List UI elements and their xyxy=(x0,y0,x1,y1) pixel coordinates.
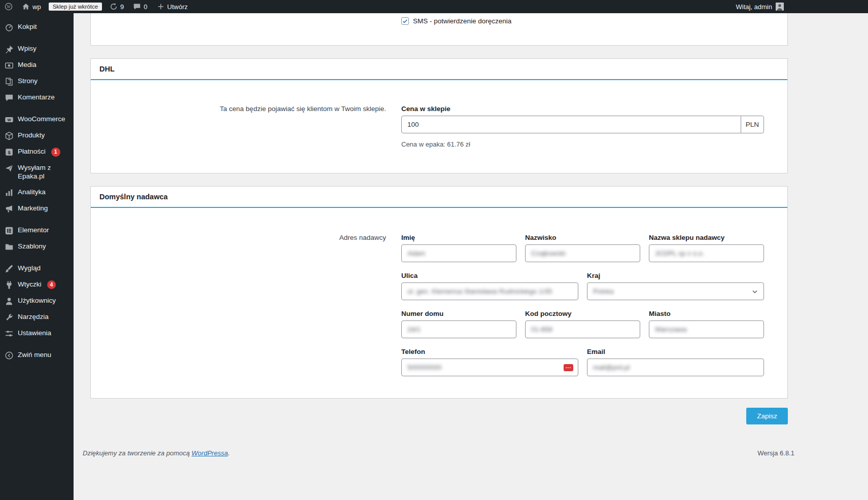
sidebar-item-szablony[interactable]: Szablony xyxy=(0,239,74,255)
shop-price-input[interactable]: 100 xyxy=(401,116,741,133)
sms-section-card: SMS - potwierdzenie doręczenia xyxy=(90,13,788,46)
field-first-name: Imię Adam xyxy=(401,233,516,262)
field-postcode: Kod pocztowy 01-858 xyxy=(525,309,640,338)
sidebar-item-strony[interactable]: Strony xyxy=(0,74,74,90)
last-name-label: Nazwisko xyxy=(525,233,640,242)
shop-name-label: Nazwa sklepu nadawcy xyxy=(649,233,764,242)
sidebar-item-wpisy[interactable]: Wpisy xyxy=(0,41,74,57)
postcode-value: 01-858 xyxy=(531,326,552,333)
last-name-value: Czajkowski xyxy=(531,249,566,257)
sidebar-item-wtyczki[interactable]: Wtyczki4 xyxy=(0,277,74,293)
svg-text:$: $ xyxy=(8,150,11,155)
tools-icon xyxy=(5,313,14,322)
analytics-icon xyxy=(5,188,14,197)
wordpress-link[interactable]: WordPressa xyxy=(192,449,228,457)
sidebar-item-wysylam-z-epaka[interactable]: Wysyłam z Epaka.pl xyxy=(0,160,74,185)
country-value: Polska xyxy=(593,288,614,295)
sidebar-item-label: Wygląd xyxy=(18,264,41,273)
admin-footer: Dziękujemy za tworzenie za pomocą WordPr… xyxy=(83,449,794,457)
dhl-description: Ta cena będzie pojawiać się klientom w T… xyxy=(91,104,401,149)
save-button[interactable]: Zapisz xyxy=(746,408,788,424)
sidebar-item-zwin-menu[interactable]: Zwiń menu xyxy=(0,347,74,364)
coming-soon-badge: Sklep już wkrótce xyxy=(49,3,102,11)
footer-thanks-prefix: Dziękujemy za tworzenie za pomocą xyxy=(83,449,192,457)
media-icon xyxy=(5,61,14,70)
marketing-icon xyxy=(5,204,14,213)
phone-label: Telefon xyxy=(401,347,578,356)
email-label: Email xyxy=(587,347,764,356)
products-icon xyxy=(5,131,14,140)
sidebar-item-narzedzia[interactable]: Narzędzia xyxy=(0,309,74,326)
sidebar-item-platnosci[interactable]: $Płatności1 xyxy=(0,144,74,160)
check-icon xyxy=(402,18,408,24)
sidebar-item-label: Wtyczki xyxy=(18,280,42,289)
first-name-value: Adam xyxy=(407,249,425,257)
comments-bubble-icon xyxy=(133,3,141,11)
sidebar-item-elementor[interactable]: Elementor xyxy=(0,223,74,239)
sidebar-item-marketing[interactable]: Marketing xyxy=(0,201,74,217)
footer-thanks: Dziękujemy za tworzenie za pomocą WordPr… xyxy=(83,449,230,457)
phone-input[interactable]: 500000000 ... xyxy=(401,359,578,376)
sidebar-item-produkty[interactable]: Produkty xyxy=(0,128,74,144)
sidebar-item-wyglad[interactable]: Wygląd xyxy=(0,261,74,277)
home-icon xyxy=(22,3,30,11)
street-value: ul. gen. Klemensa Stanisława Rudnickiego… xyxy=(407,288,552,295)
sidebar-item-label: Elementor xyxy=(18,226,49,235)
account-menu-button[interactable]: Witaj, admin xyxy=(733,0,787,13)
woocommerce-icon: W xyxy=(5,115,14,124)
comments-button[interactable]: 0 xyxy=(128,0,152,13)
site-name-button[interactable]: wp xyxy=(17,0,46,13)
sidebar-item-uzytkownicy[interactable]: Użytkownicy xyxy=(0,293,74,309)
country-select[interactable]: Polska xyxy=(587,282,764,300)
sidebar-item-komentarze[interactable]: Komentarze xyxy=(0,90,74,106)
sidebar-item-ustawienia[interactable]: Ustawienia xyxy=(0,326,74,342)
field-phone: Telefon 500000000 ... xyxy=(401,347,578,376)
sidebar-item-label: Produkty xyxy=(18,131,45,140)
updates-button[interactable]: 9 xyxy=(105,0,128,13)
new-content-button[interactable]: Utwórz xyxy=(152,0,192,13)
appearance-icon xyxy=(5,264,14,273)
field-shop-name: Nazwa sklepu nadawcy JCDPL sp z o.o. xyxy=(649,233,764,262)
comments-icon xyxy=(5,93,14,102)
last-name-input[interactable]: Czajkowski xyxy=(525,244,640,262)
sidebar-item-label: Narzędzia xyxy=(18,313,49,322)
password-manager-icon[interactable]: ... xyxy=(564,364,573,371)
postcode-input[interactable]: 01-858 xyxy=(525,320,640,338)
shipping-icon xyxy=(5,164,14,173)
sidebar-item-kokpit[interactable]: Kokpit xyxy=(0,19,74,35)
sidebar-item-woocommerce[interactable]: WWooCommerce xyxy=(0,112,74,128)
dhl-section-card: DHL Ta cena będzie pojawiać się klientom… xyxy=(90,58,788,173)
city-input[interactable]: Warszawa xyxy=(649,320,764,338)
house-number-input[interactable]: 2d/1 xyxy=(401,320,516,338)
wordpress-menu-button[interactable]: W xyxy=(0,0,17,13)
house-number-value: 2d/1 xyxy=(407,326,421,333)
sms-checkbox[interactable] xyxy=(401,17,409,25)
greeting-text: Witaj, admin xyxy=(736,3,772,11)
payments-icon: $ xyxy=(5,148,14,157)
sms-checkbox-row[interactable]: SMS - potwierdzenie doręczenia xyxy=(401,13,787,25)
street-input[interactable]: ul. gen. Klemensa Stanisława Rudnickiego… xyxy=(401,282,578,300)
chevron-down-icon xyxy=(751,288,759,296)
avatar xyxy=(776,3,784,11)
email-input[interactable]: mail@prd.pl xyxy=(587,359,764,376)
site-name: wp xyxy=(32,3,41,11)
sender-form: Imię Adam Nazwisko Czajkowski Nazwa skle… xyxy=(401,233,764,376)
sidebar-item-media[interactable]: Media xyxy=(0,57,74,74)
templates-icon xyxy=(5,242,14,252)
field-city: Miasto Warszawa xyxy=(649,309,764,338)
sender-address-label: Adres nadawcy xyxy=(91,233,401,376)
admin-sidebar: KokpitWpisyMediaStronyKomentarzeWWooComm… xyxy=(0,13,74,500)
sidebar-item-label: Ustawienia xyxy=(18,329,51,338)
sidebar-item-label: Wpisy xyxy=(18,45,37,53)
city-value: Warszawa xyxy=(655,326,687,333)
sidebar-item-label: Komentarze xyxy=(18,93,55,102)
sidebar-item-label: WooCommerce xyxy=(18,115,65,124)
currency-suffix: PLN xyxy=(741,116,764,133)
street-label: Ulica xyxy=(401,271,578,280)
shop-name-input[interactable]: JCDPL sp z o.o. xyxy=(649,244,764,262)
admin-bar: W wp Sklep już wkrótce 9 0 Utwórz Witaj,… xyxy=(0,0,868,13)
field-email: Email mail@prd.pl xyxy=(587,347,764,376)
sidebar-item-label: Analityka xyxy=(18,188,46,197)
sidebar-item-analityka[interactable]: Analityka xyxy=(0,185,74,201)
first-name-input[interactable]: Adam xyxy=(401,244,516,262)
